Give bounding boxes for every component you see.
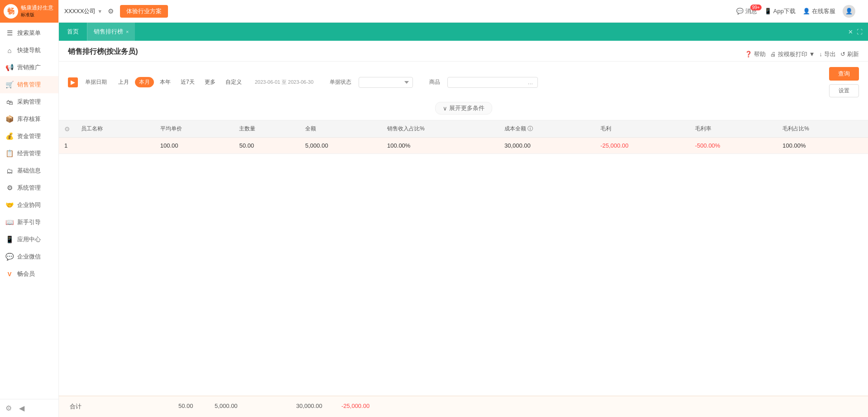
app-download-button[interactable]: 📱 App下载 — [764, 7, 796, 15]
page-header-actions: ❓ 帮助 🖨 按模板打印 ▼ ↓ 导出 ↺ 刷新 — [745, 50, 859, 58]
filter-row-1: ▶ 单据日期 上月 本月 本年 近7天 更多 自定义 2023-06-01 至 … — [68, 67, 859, 97]
refresh-button[interactable]: ↺ 刷新 — [840, 50, 859, 58]
logo-icon: 畅 — [4, 4, 18, 19]
help-button[interactable]: ❓ 帮助 — [745, 50, 766, 58]
inventory-icon: 📦 — [5, 115, 14, 123]
sidebar-item-inventory[interactable]: 📦 库存核算 — [0, 110, 58, 128]
message-button[interactable]: 💬 消息 99+ — [736, 7, 757, 15]
export-icon: ↓ — [820, 51, 823, 58]
footer-main-qty: 50.00 — [173, 401, 209, 412]
settings-bottom-icon[interactable]: ⚙ — [5, 404, 12, 412]
sidebar-item-member[interactable]: V 畅会员 — [0, 265, 58, 283]
sidebar-item-finance[interactable]: 💰 资金管理 — [0, 128, 58, 145]
footer-total: 5,000.00 — [209, 401, 245, 412]
sidebar-item-marketing-label: 营销推广 — [17, 63, 41, 72]
sidebar-item-purchase[interactable]: 🛍 采购管理 — [0, 93, 58, 110]
filter-expand-arrow[interactable]: ▶ — [68, 77, 78, 87]
current-month-btn[interactable]: 本月 — [135, 77, 154, 87]
td-avg-price: 100.00 — [155, 138, 234, 154]
expand-more-btn[interactable]: ∨ 展开更多条件 — [435, 102, 492, 115]
online-service-button[interactable]: 👤 在线客服 — [803, 7, 835, 15]
tab-sales-ranking[interactable]: 销售排行榜 × — [87, 23, 135, 41]
tab-home[interactable]: 首页 — [59, 23, 87, 41]
avatar[interactable]: 👤 — [843, 5, 855, 18]
sidebar-item-wechat-label: 企业微信 — [17, 253, 41, 261]
td-rank: 1 — [59, 138, 76, 154]
company-name: XXXXX公司 — [64, 7, 96, 15]
footer-sales-pct — [245, 401, 291, 412]
custom-btn[interactable]: 自定义 — [221, 77, 246, 87]
more-btn[interactable]: 更多 — [201, 77, 220, 87]
sidebar-item-marketing[interactable]: 📢 营销推广 — [0, 59, 58, 76]
last-month-btn[interactable]: 上月 — [114, 77, 133, 87]
status-filter-label: 单据状态 — [330, 78, 351, 86]
window-close-icon[interactable]: ✕ — [848, 29, 853, 35]
sidebar-item-operation[interactable]: 📋 经营管理 — [0, 145, 58, 162]
th-gross: 毛利 — [595, 120, 690, 138]
date-range-display: 2023-06-01 至 2023-06-30 — [255, 79, 314, 86]
current-year-btn[interactable]: 本年 — [156, 77, 175, 87]
footer-avg-price — [137, 401, 173, 412]
finance-icon: 💰 — [5, 132, 14, 140]
settings-button[interactable]: 设置 — [829, 84, 859, 97]
app-download-label: App下载 — [773, 7, 796, 15]
th-avg-price: 平均单价 — [155, 120, 234, 138]
filter-actions: 查询 设置 — [829, 67, 859, 97]
tab-close-icon[interactable]: × — [126, 29, 129, 34]
sidebar-item-member-label: 畅会员 — [17, 270, 35, 278]
tabbar: 首页 销售排行榜 × ✕ ⛶ — [59, 23, 868, 41]
topbar-settings-icon[interactable]: ⚙ — [108, 7, 114, 15]
sidebar-item-search[interactable]: ☰ 搜索菜单 — [0, 24, 58, 42]
status-select-wrapper — [359, 77, 413, 88]
window-controls: ✕ ⛶ — [843, 29, 868, 35]
sidebar-item-app[interactable]: 📱 应用中心 — [0, 231, 58, 248]
column-settings-icon[interactable]: ⚙ — [64, 125, 70, 133]
message-badge: 99+ — [750, 5, 762, 10]
sidebar-item-app-label: 应用中心 — [17, 235, 41, 244]
export-button[interactable]: ↓ 导出 — [820, 50, 836, 58]
sidebar-item-basic-label: 基础信息 — [17, 167, 41, 175]
sidebar-item-sales[interactable]: 🛒 销售管理 — [0, 76, 58, 93]
goods-selector[interactable]: … — [447, 77, 538, 88]
td-cost-total: 30,000.00 — [499, 138, 595, 154]
sidebar-item-purchase-label: 采购管理 — [17, 98, 41, 106]
recent7-btn[interactable]: 近7天 — [177, 77, 199, 87]
goods-filter-label: 商品 — [429, 78, 440, 86]
window-maximize-icon[interactable]: ⛶ — [857, 29, 863, 35]
sidebar-item-wechat[interactable]: 💬 企业微信 — [0, 248, 58, 265]
tab-sales-ranking-label: 销售排行榜 — [94, 28, 123, 36]
print-chevron-icon: ▼ — [809, 51, 815, 58]
chevron-down-expand-icon: ∨ — [443, 105, 447, 112]
company-selector[interactable]: XXXXX公司 ▼ — [64, 7, 102, 15]
trial-button[interactable]: 体验行业方案 — [120, 5, 168, 18]
th-employee-name: 员工名称 — [76, 120, 155, 138]
sidebar-item-collab[interactable]: 🤝 企业协同 — [0, 197, 58, 214]
sidebar-item-shortcut-label: 快捷导航 — [17, 46, 41, 54]
marketing-icon: 📢 — [5, 63, 14, 72]
sidebar-item-shortcut[interactable]: ⌂ 快捷导航 — [0, 42, 58, 59]
sidebar: 畅 畅康通好生意 标准版 ☰ 搜索菜单 ⌂ 快捷导航 📢 营销推广 🛒 销售管理… — [0, 0, 59, 417]
th-total: 全额 — [300, 120, 382, 138]
main: XXXXX公司 ▼ ⚙ 体验行业方案 💬 消息 99+ 📱 App下载 👤 在线… — [59, 0, 868, 417]
print-button[interactable]: 🖨 按模板打印 ▼ — [770, 50, 815, 58]
page-header: 销售排行榜(按业务员) ❓ 帮助 🖨 按模板打印 ▼ ↓ 导出 ↺ 刷新 — [59, 41, 868, 62]
message-icon: 💬 — [736, 8, 743, 14]
topbar-right: 💬 消息 99+ 📱 App下载 👤 在线客服 👤 — [736, 5, 863, 18]
td-main-qty: 50.00 — [234, 138, 300, 154]
sidebar-item-system[interactable]: ⚙ 系统管理 — [0, 179, 58, 197]
data-table-container: ⚙ 员工名称 平均单价 主数量 全额 销售收入占比% 成本全额 ⓘ 毛利 毛利率… — [59, 120, 868, 396]
basic-icon: 🗂 — [5, 167, 14, 175]
topbar: XXXXX公司 ▼ ⚙ 体验行业方案 💬 消息 99+ 📱 App下载 👤 在线… — [59, 0, 868, 23]
collapse-icon[interactable]: ◀ — [19, 404, 24, 412]
date-filter-label: 单据日期 — [85, 78, 107, 86]
query-button[interactable]: 查询 — [829, 67, 859, 81]
sidebar-item-basic[interactable]: 🗂 基础信息 — [0, 162, 58, 179]
sidebar-item-system-label: 系统管理 — [17, 184, 41, 192]
sidebar-item-guide[interactable]: 📖 新手引导 — [0, 214, 58, 231]
refresh-icon: ↺ — [840, 51, 845, 58]
td-total: 5,000.00 — [300, 138, 382, 154]
th-settings: ⚙ — [59, 120, 76, 138]
sidebar-item-search-label: 搜索菜单 — [17, 29, 41, 37]
status-select[interactable] — [359, 77, 413, 88]
wechat-icon: 💬 — [5, 253, 14, 261]
